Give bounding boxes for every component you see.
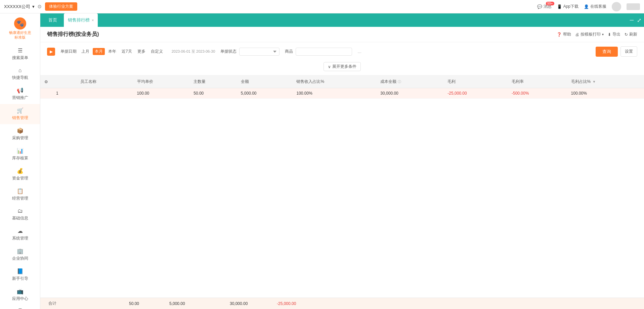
refresh-button[interactable]: ↻ 刷新 bbox=[625, 32, 637, 37]
gear-icon[interactable]: ⚙ bbox=[37, 4, 42, 10]
tab-home[interactable]: 首页 bbox=[43, 13, 62, 27]
th-amount: 全额 bbox=[237, 75, 293, 88]
sidebar-item-search[interactable]: ☰ 搜索菜单 bbox=[0, 44, 40, 64]
sidebar-item-wechat[interactable]: 💬 企业微信 bbox=[0, 305, 40, 309]
th-sales-pct-label: 销售收入占比% bbox=[296, 79, 324, 84]
top-bar: XXXXXX公司 ▾ ⚙ 体验行业方案 💬 消息 99+ 📱 App下载 👤 在… bbox=[0, 0, 644, 13]
date-label: 单据日期 bbox=[60, 49, 77, 54]
avatar[interactable] bbox=[612, 2, 621, 11]
td-cost: 30,000.00 bbox=[376, 88, 443, 99]
search-menu-icon: ☰ bbox=[18, 47, 23, 54]
td-amount: 5,000.00 bbox=[237, 88, 293, 99]
sidebar-item-inventory[interactable]: 📊 库存核算 bbox=[0, 144, 40, 164]
th-profit-pct: 毛利占比% ▼ bbox=[567, 75, 644, 88]
page-header-actions: ❓ 帮助 🖨 按模板打印 ▾ ⬇ 导出 ↻ 刷新 bbox=[557, 32, 637, 37]
td-settings bbox=[40, 88, 52, 99]
th-rank bbox=[52, 75, 76, 88]
sidebar-item-marketing[interactable]: 📢 营销推广 bbox=[0, 84, 40, 104]
export-icon: ⬇ bbox=[608, 32, 611, 37]
td-quantity: 50.00 bbox=[189, 88, 237, 99]
export-button[interactable]: ⬇ 导出 bbox=[608, 32, 620, 37]
sidebar-item-sales[interactable]: 🛒 销售管理 bbox=[0, 104, 40, 124]
app-download-btn[interactable]: 📱 App下载 bbox=[557, 4, 578, 9]
refresh-label: 刷新 bbox=[629, 32, 637, 37]
td-profit: -25,000.00 bbox=[443, 88, 508, 99]
date-btn-7days[interactable]: 近7天 bbox=[120, 48, 134, 55]
message-btn[interactable]: 💬 消息 99+ bbox=[537, 4, 552, 9]
main-layout: 🐾 畅康通好生意 标准版 ☰ 搜索菜单 ⌂ 快捷导航 📢 营销推广 🛒 销售管理… bbox=[0, 13, 644, 309]
th-name: 员工名称 bbox=[76, 75, 133, 88]
expand-more-label: 展开更多条件 bbox=[332, 64, 356, 69]
tab-label: 销售排行榜 bbox=[68, 17, 90, 23]
date-btn-more[interactable]: 更多 bbox=[135, 48, 147, 55]
tab-bar: 首页 销售排行榜 × ─ ⤢ bbox=[40, 13, 644, 27]
help-button[interactable]: ❓ 帮助 bbox=[557, 32, 571, 37]
goods-filter: 商品 bbox=[285, 48, 352, 56]
sidebar-item-label: 企业协同 bbox=[12, 256, 28, 261]
footer-amount: 5,000.00 bbox=[165, 301, 192, 306]
guide-icon: 📘 bbox=[17, 268, 24, 274]
filter-settings-button[interactable]: 设置 bbox=[620, 46, 637, 57]
tab-sales-ranking[interactable]: 销售排行榜 × bbox=[64, 13, 98, 27]
sidebar-item-apps[interactable]: 📺 应用中心 bbox=[0, 285, 40, 305]
chevron-down-icon: ▾ bbox=[32, 4, 35, 9]
print-button[interactable]: 🖨 按模板打印 ▾ bbox=[575, 32, 604, 37]
date-btn-this-year[interactable]: 本年 bbox=[106, 48, 118, 55]
online-service-btn[interactable]: 👤 在线客服 bbox=[584, 4, 606, 9]
tab-maximize-icon[interactable]: ⤢ bbox=[637, 17, 641, 23]
system-icon: ☁ bbox=[17, 228, 23, 234]
sidebar-item-finance[interactable]: 💰 资金管理 bbox=[0, 164, 40, 185]
sidebar-item-guide[interactable]: 📘 新手引导 bbox=[0, 265, 40, 285]
sidebar: 🐾 畅康通好生意 标准版 ☰ 搜索菜单 ⌂ 快捷导航 📢 营销推广 🛒 销售管理… bbox=[0, 13, 40, 309]
trial-button[interactable]: 体验行业方案 bbox=[45, 2, 77, 11]
sidebar-item-operations[interactable]: 📋 经营管理 bbox=[0, 185, 40, 205]
page-title: 销售排行榜(按业务员) bbox=[47, 31, 99, 38]
date-btn-this-month[interactable]: 本月 bbox=[93, 48, 105, 55]
help-icon: ❓ bbox=[557, 32, 562, 37]
sidebar-item-basics[interactable]: 🗂 基础信息 bbox=[0, 205, 40, 224]
top-right-area: 💬 消息 99+ 📱 App下载 👤 在线客服 bbox=[537, 2, 640, 11]
basics-icon: 🗂 bbox=[17, 208, 23, 214]
content-area: 首页 销售排行榜 × ─ ⤢ 销售排行榜(按业务员) ❓ 帮助 bbox=[40, 13, 644, 309]
footer-profit: -25,000.00 bbox=[273, 301, 300, 306]
export-label: 导出 bbox=[612, 32, 620, 37]
company-name: XXXXXX公司 bbox=[4, 4, 30, 10]
sidebar-item-enterprise[interactable]: 🏢 企业协同 bbox=[0, 245, 40, 265]
td-profit-rate: -500.00% bbox=[508, 88, 567, 99]
sidebar-item-label: 基础信息 bbox=[12, 215, 28, 221]
date-btn-custom[interactable]: 自定义 bbox=[149, 48, 165, 55]
th-avg-price: 平均单价 bbox=[133, 75, 190, 88]
th-profit-label: 毛利 bbox=[447, 79, 456, 84]
th-cost: 成本全额 ⓘ bbox=[376, 75, 443, 88]
query-button[interactable]: 查询 bbox=[596, 47, 618, 57]
date-buttons: 上月 本月 本年 近7天 更多 自定义 bbox=[79, 48, 165, 55]
th-profit: 毛利 bbox=[443, 75, 508, 88]
status-label: 单据状态 bbox=[220, 49, 237, 54]
help-label: 帮助 bbox=[563, 32, 571, 37]
logo-area: 🐾 畅康通好生意 标准版 bbox=[0, 13, 40, 44]
th-profit-rate-label: 毛利率 bbox=[512, 79, 524, 84]
td-profit-pct: 100.00% bbox=[567, 88, 644, 99]
app-icon: 📱 bbox=[557, 4, 562, 9]
apps-icon: 📺 bbox=[17, 288, 24, 295]
tab-close-icon[interactable]: × bbox=[92, 18, 94, 22]
th-amount-label: 全额 bbox=[241, 79, 249, 84]
th-settings: ⚙ bbox=[40, 75, 52, 88]
sidebar-item-label: 新手引导 bbox=[12, 276, 28, 281]
expand-more-button[interactable]: ∨ 展开更多条件 bbox=[324, 62, 361, 71]
filter-ellipsis[interactable]: … bbox=[357, 49, 361, 54]
enterprise-icon: 🏢 bbox=[17, 248, 24, 254]
tab-minimize-icon[interactable]: ─ bbox=[630, 17, 634, 23]
table-settings-icon[interactable]: ⚙ bbox=[44, 80, 48, 84]
status-select[interactable] bbox=[239, 48, 280, 56]
purchase-icon: 📦 bbox=[17, 127, 24, 134]
sidebar-item-label: 营销推广 bbox=[12, 95, 28, 101]
sidebar-item-system[interactable]: ☁ 系统管理 bbox=[0, 224, 40, 245]
goods-input[interactable] bbox=[296, 48, 352, 56]
date-btn-last-month[interactable]: 上月 bbox=[79, 48, 91, 55]
filter-expand-arrow[interactable]: ▶ bbox=[47, 48, 55, 56]
sidebar-item-quicknav[interactable]: ⌂ 快捷导航 bbox=[0, 64, 40, 84]
message-icon: 💬 bbox=[537, 4, 542, 9]
sidebar-item-purchase[interactable]: 📦 采购管理 bbox=[0, 124, 40, 144]
company-selector[interactable]: XXXXXX公司 ▾ bbox=[4, 4, 35, 10]
